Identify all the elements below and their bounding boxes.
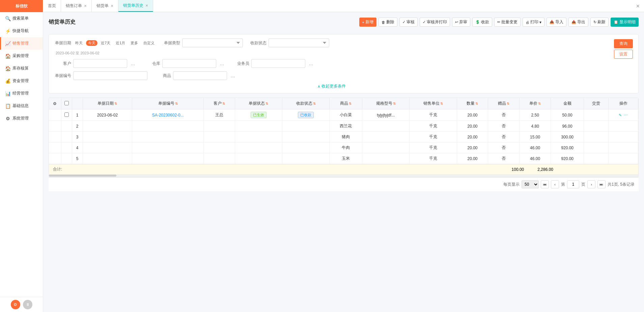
th-price[interactable]: 单价⇅ <box>520 98 551 109</box>
per-page-select[interactable]: 50 100 <box>522 180 539 188</box>
sidebar-item-inventory[interactable]: 🏠 库存核算 <box>0 62 43 75</box>
sidebar-item-system[interactable]: ⚙ 系统管理 <box>0 112 43 125</box>
td-product: 西兰花 <box>330 121 362 132</box>
td-unit: 千克 <box>410 132 457 142</box>
th-qty[interactable]: 数量⇅ <box>457 98 488 109</box>
warehouse-dots[interactable]: … <box>218 61 226 66</box>
sidebar-settings-btn[interactable]: ⚙ <box>11 300 20 309</box>
date-label: 单据日期 <box>54 40 71 46</box>
th-product[interactable]: 商品⇅ <box>330 98 362 109</box>
salesperson-input[interactable] <box>251 59 305 68</box>
th-gift-label: 赠品 <box>498 101 506 106</box>
customer-dots[interactable]: … <box>129 61 137 66</box>
delete-button[interactable]: 🗑 删除 <box>379 18 397 27</box>
th-spec-label: 规格型号 <box>376 101 392 106</box>
sidebar-item-quick[interactable]: ⚡ 快捷导航 <box>0 25 43 37</box>
th-customer[interactable]: 客户⇅ <box>203 98 235 109</box>
td-gear <box>49 153 61 164</box>
sidebar-item-purchase[interactable]: 🏠 采购管理 <box>0 50 43 62</box>
collect-status-badge: 已收款 <box>298 112 314 118</box>
show-detail-button[interactable]: 📋 显示明细 <box>611 18 639 27</box>
footer-label: 合计: <box>53 166 62 172</box>
th-gift[interactable]: 赠品⇅ <box>488 98 520 109</box>
print-button[interactable]: 🖨 打印 ▾ <box>523 18 544 27</box>
more-action[interactable]: ⋯ <box>623 113 628 117</box>
audit-button[interactable]: ✓ 审核 <box>399 18 418 27</box>
product-dots[interactable]: … <box>229 73 236 78</box>
td-customer <box>203 121 235 132</box>
export-button[interactable]: 📤 导出 <box>568 18 588 27</box>
td-date <box>83 153 132 164</box>
tab-home[interactable]: 首页 <box>43 0 61 12</box>
select-all-checkbox[interactable] <box>64 101 69 105</box>
date-btn-today[interactable]: 今天 <box>86 40 97 46</box>
td-action <box>609 142 638 153</box>
sort-icon-docno: ⇅ <box>175 102 178 105</box>
th-doc-status[interactable]: 单据状态⇅ <box>235 98 282 109</box>
filter-settings-button[interactable]: 设置 <box>614 50 633 59</box>
date-btn-yesterday[interactable]: 昨天 <box>73 40 85 46</box>
audit-print-button[interactable]: ✓ 审核并打印 <box>420 18 450 27</box>
batch-change-button[interactable]: ✏ 批量变更 <box>494 18 521 27</box>
date-btn-1month[interactable]: 近1月 <box>114 40 127 46</box>
main-table: ⚙ 单据日期⇅ 单据编号⇅ 客户⇅ 单据状态⇅ 收款状态⇅ 商品⇅ 规格型号⇅ … <box>49 98 638 164</box>
edit-action[interactable]: ✎ <box>618 113 622 117</box>
th-amount-label: 金额 <box>563 101 571 106</box>
th-gear[interactable]: ⚙ <box>49 98 61 109</box>
th-collect-status[interactable]: 收款状态⇅ <box>282 98 330 109</box>
td-doc-status: 已生效 <box>235 109 282 121</box>
page-first-btn[interactable]: ⏮ <box>541 180 549 188</box>
tab-sales-order[interactable]: 销售订单 ✕ <box>61 0 92 12</box>
collapse-btn[interactable]: ∧ 收起更多条件 <box>54 83 609 89</box>
doc-no-input[interactable] <box>73 71 147 80</box>
tab-sales-history[interactable]: 销货单历史 ✕ <box>118 0 153 12</box>
date-btn-custom[interactable]: 自定义 <box>141 40 157 46</box>
th-spec[interactable]: 规格型号⇅ <box>362 98 410 109</box>
refresh-button[interactable]: ↻ 刷新 <box>590 18 609 27</box>
abandon-button[interactable]: ↩ 弃审 <box>452 18 470 27</box>
doc-type-select[interactable] <box>182 38 243 47</box>
query-button[interactable]: 查询 <box>614 39 633 48</box>
horizontal-scrollbar[interactable] <box>49 174 638 177</box>
th-date-label: 单据日期 <box>97 101 114 106</box>
th-unit[interactable]: 销售单位⇅ <box>410 98 457 109</box>
salesperson-dots[interactable]: … <box>307 61 315 66</box>
tab-close-all[interactable]: ✕ <box>632 3 644 9</box>
warehouse-input[interactable] <box>162 59 216 68</box>
date-btn-7days[interactable]: 近7天 <box>99 40 112 46</box>
td-qty: 20.00 <box>457 153 488 164</box>
purchase-icon: 🏠 <box>5 53 10 59</box>
td-unit: 千克 <box>410 142 457 153</box>
sidebar-item-basic[interactable]: 📋 基础信息 <box>0 100 43 112</box>
customer-input[interactable] <box>73 59 127 68</box>
tab-close-sales-history[interactable]: ✕ <box>145 4 148 7</box>
td-docno: SA-20230602-0... <box>132 109 204 121</box>
row-checkbox[interactable] <box>64 112 69 117</box>
import-button[interactable]: 📥 导入 <box>547 18 566 27</box>
doc-no-link[interactable]: SA-20230602-0... <box>152 113 184 118</box>
date-btn-more[interactable]: 更多 <box>129 40 140 46</box>
tab-sales-goods[interactable]: 销货单 ✕ <box>92 0 118 12</box>
scrollbar-thumb[interactable] <box>49 175 116 177</box>
td-price: 15.00 <box>520 132 551 142</box>
th-docno[interactable]: 单据编号⇅ <box>132 98 204 109</box>
page-prev-btn[interactable]: ‹ <box>551 180 559 188</box>
sidebar-item-finance[interactable]: 💰 资金管理 <box>0 75 43 87</box>
sidebar-item-search[interactable]: 🔍 搜索菜单 <box>0 12 43 25</box>
page-next-btn[interactable]: › <box>587 180 595 188</box>
tab-close-sales-goods[interactable]: ✕ <box>111 4 113 8</box>
page-last-btn[interactable]: ⏭ <box>597 180 606 188</box>
sidebar-item-operation[interactable]: 📊 经营管理 <box>0 87 43 100</box>
page-input[interactable] <box>567 180 579 188</box>
salesperson-label: 业务员 <box>232 61 249 67</box>
collect-button[interactable]: 💲 收款 <box>472 18 492 27</box>
sidebar-collapse-btn[interactable]: ⏸ <box>23 300 32 309</box>
product-input[interactable] <box>173 71 227 80</box>
add-button[interactable]: + 新增 <box>359 18 376 27</box>
tab-close-sales-order[interactable]: ✕ <box>84 4 87 8</box>
abandon-icon: ↩ <box>455 20 458 24</box>
collect-status-select[interactable] <box>269 38 329 47</box>
th-date[interactable]: 单据日期⇅ <box>83 98 132 109</box>
sidebar-item-sales[interactable]: 📈 销售管理 <box>0 37 43 50</box>
td-date <box>83 142 132 153</box>
